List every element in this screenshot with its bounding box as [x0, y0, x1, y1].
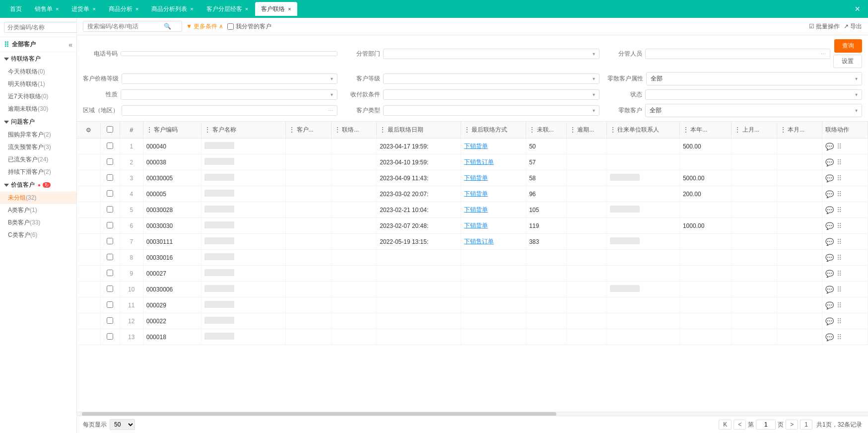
filter-input-phone[interactable] — [121, 51, 337, 56]
filter-input-dept[interactable]: ▾ — [383, 49, 600, 59]
row-last-way-link[interactable]: 下销售订单 — [464, 158, 494, 165]
col-thismonth-header[interactable]: ⋮ 本月... — [777, 122, 822, 139]
row-checkbox[interactable] — [107, 333, 113, 340]
row-last-way[interactable]: 下销货单 — [461, 218, 526, 234]
row-checkbox[interactable] — [107, 143, 113, 149]
row-checkbox[interactable] — [107, 174, 113, 181]
row-last-way[interactable]: 下销售订单 — [461, 154, 526, 170]
filter-input-nature[interactable]: ▾ — [121, 89, 337, 100]
tab-customer-segment-close[interactable]: × — [245, 6, 248, 12]
action-chat-icon[interactable]: 💬 — [825, 301, 834, 309]
action-chat-icon[interactable]: 💬 — [825, 158, 834, 166]
sidebar-item-overdue-unlinked[interactable]: 逾期未联络(30) — [0, 103, 76, 115]
sidebar-item-class-b[interactable]: B类客户(33) — [0, 216, 76, 229]
row-checkbox[interactable] — [107, 254, 113, 260]
filter-input-scatter-cust[interactable]: 全部 ▾ — [645, 104, 862, 117]
action-chat-icon[interactable]: 💬 — [825, 206, 834, 214]
row-checkbox[interactable] — [107, 238, 113, 244]
row-last-way[interactable] — [461, 250, 526, 266]
row-last-way[interactable]: 下销货单 — [461, 170, 526, 186]
last-page-button[interactable]: 1 — [800, 420, 812, 430]
sidebar-item-class-c[interactable]: C类客户(6) — [0, 229, 76, 241]
col-contacts-header[interactable]: ⋮ 往来单位联系人 — [607, 122, 680, 139]
sidebar-search-input[interactable] — [4, 22, 77, 33]
action-grid-icon[interactable]: ⠿ — [837, 270, 842, 278]
sidebar-item-ungrouped[interactable]: 未分组(32) — [0, 192, 76, 204]
sidebar-item-tomorrow-pending[interactable]: 明天待联络(1) — [0, 78, 76, 90]
row-checkbox[interactable] — [107, 158, 113, 165]
horizontal-scrollbar[interactable] — [77, 412, 868, 416]
col-overdue-header[interactable]: ⋮ 逾期... — [566, 122, 606, 139]
per-page-select[interactable]: 50 100 200 — [110, 419, 135, 430]
action-grid-icon[interactable]: ⠿ — [837, 301, 842, 309]
sidebar-group-pending[interactable]: 待联络客户 — [0, 52, 76, 66]
prev-page-button[interactable]: < — [734, 420, 746, 430]
row-last-way[interactable] — [461, 282, 526, 297]
tab-product-analysis[interactable]: 商品分析 × — [103, 2, 144, 16]
row-last-way-link[interactable]: 下销货单 — [464, 174, 488, 181]
row-last-way[interactable] — [461, 297, 526, 313]
col-code-header[interactable]: ⋮ 客户编码 — [143, 122, 201, 139]
action-grid-icon[interactable]: ⠿ — [837, 143, 842, 150]
my-customers-check-input[interactable] — [227, 23, 234, 30]
filter-input-status[interactable]: ▾ — [645, 89, 862, 100]
filter-input-cust-type[interactable]: ▾ — [383, 105, 600, 116]
col-setting[interactable]: ⚙ — [77, 122, 100, 139]
action-grid-icon[interactable]: ⠿ — [837, 158, 842, 166]
action-chat-icon[interactable]: 💬 — [825, 286, 834, 293]
filter-input-price-level[interactable]: ▾ — [122, 73, 337, 84]
col-cust-type-header[interactable]: ⋮ 客户... — [286, 122, 331, 139]
action-chat-icon[interactable]: 💬 — [825, 238, 834, 246]
action-chat-icon[interactable]: 💬 — [825, 190, 834, 198]
row-checkbox[interactable] — [107, 270, 113, 276]
sidebar-item-declining[interactable]: 持续下滑客户(2) — [0, 166, 76, 178]
action-grid-icon[interactable]: ⠿ — [837, 333, 842, 341]
action-chat-icon[interactable]: 💬 — [825, 317, 834, 325]
row-last-way[interactable] — [461, 313, 526, 329]
row-checkbox[interactable] — [107, 301, 113, 308]
reset-button[interactable]: 设置 — [833, 55, 862, 68]
row-last-way[interactable] — [461, 329, 526, 345]
row-last-way[interactable]: 下销售订单 — [461, 234, 526, 250]
filter-more-conditions[interactable]: ▼ 更多条件 ∧ — [186, 22, 223, 31]
row-checkbox[interactable] — [107, 286, 113, 292]
row-last-way[interactable]: 下销货单 — [461, 202, 526, 218]
filter-input-cust-level[interactable]: ▾ — [383, 73, 600, 84]
sidebar-item-today-pending[interactable]: 今天待联络(0) — [0, 66, 76, 78]
sidebar-group-problem[interactable]: 问题客户 — [0, 115, 76, 129]
filter-input-manager[interactable]: ⋯ — [645, 49, 830, 59]
filter-search-icon[interactable]: 🔍 — [164, 23, 171, 30]
row-last-way-link[interactable]: 下销售订单 — [464, 238, 494, 245]
row-checkbox[interactable] — [107, 206, 113, 213]
next-page-button[interactable]: > — [786, 420, 798, 430]
col-last-way-header[interactable]: ⋮ 最后联络方式 — [461, 122, 526, 139]
row-last-way-link[interactable]: 下销货单 — [464, 206, 488, 213]
col-name-header[interactable]: ⋮ 客户名称 — [201, 122, 286, 139]
row-checkbox[interactable] — [107, 222, 113, 228]
action-grid-icon[interactable]: ⠿ — [837, 286, 842, 293]
action-chat-icon[interactable]: 💬 — [825, 270, 834, 278]
tab-home[interactable]: 首页 — [4, 2, 28, 16]
action-chat-icon[interactable]: 💬 — [825, 333, 834, 341]
sidebar-group-value[interactable]: 价值客户 ● ↻ — [0, 178, 76, 192]
page-input[interactable] — [756, 420, 776, 430]
sidebar-item-abnormal[interactable]: 囤购异常客户(2) — [0, 129, 76, 141]
col-contact-header[interactable]: ⋮ 联络... — [331, 122, 376, 139]
tab-purchase[interactable]: 进货单 × — [66, 2, 101, 16]
row-last-way[interactable]: 下销货单 — [461, 139, 526, 154]
action-chat-icon[interactable]: 💬 — [825, 254, 834, 262]
filter-input-scatter-attr[interactable]: 全部 ▾ — [646, 72, 862, 85]
row-last-way-link[interactable]: 下销货单 — [464, 190, 488, 197]
tab-sales[interactable]: 销售单 × — [29, 2, 65, 16]
sidebar-item-7days-pending[interactable]: 近7天待联络(0) — [0, 90, 76, 103]
tab-customer-contact-close[interactable]: × — [288, 6, 291, 12]
filter-input-region[interactable]: ⋯ — [122, 105, 337, 116]
action-grid-icon[interactable]: ⠿ — [837, 190, 842, 198]
filter-search-input[interactable] — [87, 23, 162, 30]
action-grid-icon[interactable]: ⠿ — [837, 206, 842, 214]
action-grid-icon[interactable]: ⠿ — [837, 238, 842, 246]
row-last-way-link[interactable]: 下销货单 — [464, 143, 488, 149]
action-grid-icon[interactable]: ⠿ — [837, 174, 842, 182]
tab-customer-contact[interactable]: 客户联络 × — [255, 2, 297, 16]
row-checkbox[interactable] — [107, 190, 113, 197]
